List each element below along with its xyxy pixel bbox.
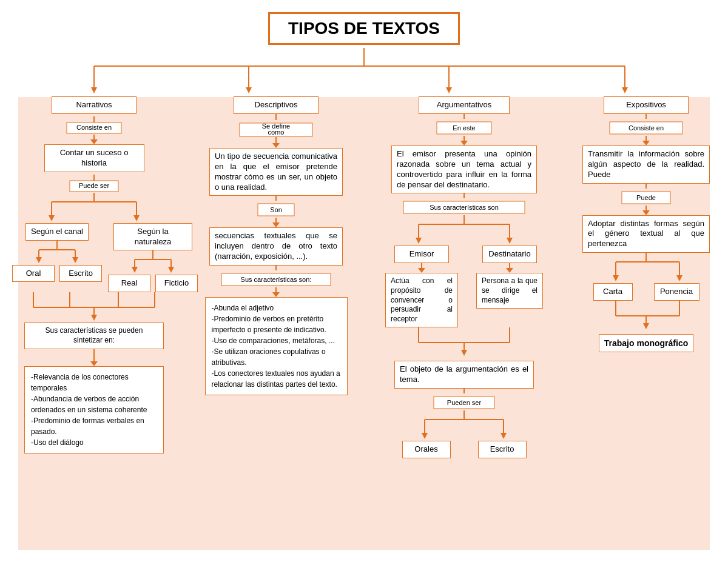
svg-marker-29: [72, 257, 78, 263]
content-area: TIPOS DE TEXTOS: [12, 12, 716, 458]
arg-branch-area: [376, 215, 552, 246]
conn-consiste-exp: Consiste en: [592, 119, 701, 136]
naturaleza-branch: [113, 250, 192, 275]
svg-text:como: como: [268, 129, 285, 136]
conn-puede-ser: Puede ser: [58, 175, 130, 193]
merge-arrow-1: [12, 292, 176, 323]
node-objeto-arg: El objeto de la argumentación es el tema…: [394, 361, 534, 389]
svg-text:Consiste en: Consiste en: [629, 124, 664, 132]
node-desc-def: Un tipo de secuencia comunicativa en la …: [209, 148, 343, 196]
v1-exp: [645, 114, 647, 119]
node-ficticio: Ficticio: [155, 275, 198, 292]
svg-marker-23: [133, 215, 140, 221]
exp-merge-svg: [582, 301, 710, 334]
branch-puede-ser: [12, 193, 176, 223]
arg-merge: [376, 327, 552, 361]
v2-arg: [463, 136, 465, 141]
main-title: TIPOS DE TEXTOS: [268, 12, 460, 45]
svg-marker-66: [506, 268, 513, 273]
ah-emisor: [418, 268, 425, 273]
ah-arg1: [460, 141, 468, 146]
node-trabajo: Trabajo monográfico: [599, 334, 693, 352]
v-emisor: [421, 263, 422, 268]
v2-desc: [275, 137, 277, 143]
v6-desc: [275, 287, 277, 292]
conn-puede-exp: Puede: [598, 189, 695, 206]
col-naturaleza: Según la naturaleza: [108, 223, 198, 293]
svg-marker-53: [272, 292, 280, 297]
svg-text:Sus características son: Sus características son: [430, 204, 499, 211]
node-emisor-desc: Actúa con el propósito de convencer o pe…: [385, 273, 458, 327]
v1-desc: [275, 114, 277, 120]
node-ponencia: Ponencia: [654, 283, 699, 301]
merge-svg-1: [12, 292, 176, 326]
svg-marker-91: [676, 275, 682, 281]
ah-desc2: [272, 222, 280, 227]
svg-text:Pueden ser: Pueden ser: [447, 399, 482, 406]
orales-escrito-row: Orales Escrito: [388, 441, 540, 458]
node-escrito-arg: Escrito: [478, 441, 527, 458]
oral-escrito-row: Oral Escrito: [12, 265, 102, 283]
conn-caract-arg-svg: Sus características son: [391, 198, 537, 215]
conn-arrow-1: Consiste en: [58, 116, 130, 135]
v-dest: [509, 263, 510, 268]
v-arrow-narr: [93, 349, 95, 361]
arg-final-branch: [388, 410, 540, 441]
col-emisor: Emisor Actúa con el propósito de convenc…: [385, 246, 458, 327]
node-arg-def: El emisor presenta una opinión razonada …: [391, 146, 537, 194]
ah-desc1: [272, 143, 280, 148]
svg-marker-47: [272, 143, 280, 148]
svg-marker-64: [507, 238, 513, 244]
node-carta: Carta: [593, 283, 633, 301]
svg-marker-43: [90, 361, 98, 366]
svg-marker-79: [500, 433, 507, 439]
svg-marker-77: [422, 433, 428, 439]
svg-text:Puede ser: Puede ser: [79, 182, 109, 189]
conn-pueden-ser-arg: Pueden ser: [403, 393, 525, 410]
conn-caract-desc: Sus características son:: [215, 270, 337, 287]
node-contar: Contar un suceso o historia: [44, 144, 144, 172]
v5-desc: [275, 266, 277, 270]
svg-text:Sus características son:: Sus características son:: [241, 276, 312, 283]
node-destinatario: Destinatario: [482, 246, 537, 263]
svg-marker-27: [36, 257, 42, 263]
title-connector-area: [12, 48, 716, 96]
node-caract-narr: Sus características se pueden sintetizar…: [24, 323, 164, 349]
v2-exp: [645, 136, 647, 141]
exp-branch-svg: [582, 253, 710, 283]
conn-define: Se define como: [215, 120, 337, 137]
carta-ponencia-row: Carta Ponencia: [582, 283, 710, 301]
canal-branch: [18, 241, 96, 265]
node-naturaleza: Según la naturaleza: [113, 223, 192, 251]
node-emisor: Emisor: [394, 246, 449, 263]
svg-marker-89: [613, 275, 619, 281]
conn-en-este-svg: En este: [410, 119, 519, 136]
node-dest-desc: Persona a la que se dirige el mensaje: [476, 273, 543, 309]
v3-desc: [275, 196, 277, 201]
conn-define-svg: Se define como: [215, 120, 337, 137]
svg-marker-62: [416, 238, 422, 244]
node-escrito: Escrito: [59, 265, 102, 283]
svg-marker-14: [90, 139, 98, 144]
conn-en-este: En este: [410, 119, 519, 136]
page: TIPOS DE TEXTOS: [0, 0, 728, 562]
arrowhead-narr: [90, 361, 98, 366]
branch-svg-1: [12, 193, 176, 223]
svg-text:En este: En este: [453, 124, 475, 132]
exp-branch-area: [582, 253, 710, 283]
conn-puede-exp-svg: Puede: [598, 189, 695, 206]
node-narrativos: Narrativos: [52, 96, 136, 114]
v4-desc: [275, 218, 277, 222]
svg-marker-5: [246, 87, 252, 93]
svg-text:Son: Son: [270, 206, 282, 213]
arg-branch-svg: [376, 215, 552, 246]
arrowhead-1: [90, 139, 98, 144]
node-descriptivos: Descriptivos: [234, 96, 318, 114]
node-expositivos: Expositivos: [604, 96, 689, 114]
ah-desc3: [272, 292, 280, 297]
canal-naturaleza-row: Según el canal: [12, 223, 176, 293]
v1-arg: [463, 114, 465, 119]
title-row: TIPOS DE TEXTOS: [12, 12, 716, 45]
arg-merge-svg: [376, 327, 552, 361]
svg-marker-82: [642, 141, 650, 146]
